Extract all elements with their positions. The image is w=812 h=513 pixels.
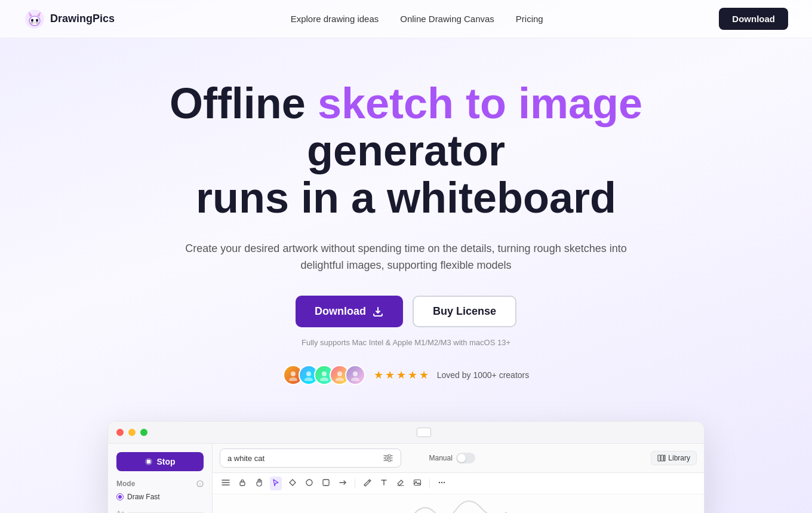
eraser-tool-icon[interactable]	[395, 477, 407, 490]
star-3: ★	[396, 368, 406, 382]
manual-toggle[interactable]: Manual	[429, 453, 475, 463]
logo-link[interactable]: DrawingPics	[24, 8, 115, 30]
hero-title-part1: Offline	[170, 79, 318, 127]
star-4: ★	[408, 368, 417, 382]
svg-point-40	[306, 480, 312, 486]
svg-point-46	[439, 482, 440, 483]
avatars	[283, 365, 365, 385]
more-tools-icon[interactable]	[436, 477, 448, 490]
main-nav: Explore drawing ideas Online Drawing Can…	[291, 14, 543, 24]
hero-license-button[interactable]: Buy License	[413, 296, 516, 327]
svg-point-22	[351, 377, 359, 381]
hero-title-part3: runs in a whiteboard	[196, 174, 616, 222]
svg-point-6	[31, 19, 33, 21]
arrow-tool-icon[interactable]	[337, 477, 349, 490]
app-sidebar: Stop Mode i Draw Fast Aa	[108, 444, 213, 513]
svg-rect-33	[658, 455, 660, 461]
social-proof: ★ ★ ★ ★ ★ Loved by 1000+ creators	[283, 365, 530, 385]
lock-tool-icon[interactable]	[236, 477, 248, 490]
svg-point-32	[388, 459, 390, 462]
settings-sliders-icon[interactable]	[383, 453, 393, 463]
divider-2	[429, 479, 430, 489]
nav-explore[interactable]: Explore drawing ideas	[291, 14, 379, 24]
star-1: ★	[374, 368, 383, 382]
support-text: Fully supports Mac Intel & Apple M1/M2/M…	[302, 338, 510, 347]
hero-title-part2: generator	[307, 127, 505, 174]
text-tool-icon[interactable]	[378, 477, 390, 490]
hero-download-button[interactable]: Download	[296, 296, 403, 327]
cursor-tool-icon[interactable]	[270, 477, 282, 490]
app-preview: Stop Mode i Draw Fast Aa	[107, 421, 705, 513]
prompt-text: a white cat	[227, 454, 378, 463]
navbar-download-button[interactable]: Download	[719, 8, 788, 30]
svg-point-1	[29, 16, 40, 26]
hand-tool-icon[interactable]	[253, 477, 265, 490]
draw-fast-option[interactable]: Draw Fast	[116, 493, 204, 501]
hero-subtitle: Create your desired artwork without spen…	[185, 240, 627, 275]
font-size-label: Aa	[116, 509, 124, 513]
svg-text:i: i	[199, 482, 201, 486]
svg-point-17	[322, 371, 327, 376]
traffic-light-red[interactable]	[116, 429, 124, 436]
canvas-area[interactable]: To move canvas, hold mouse wheel or spac…	[213, 494, 704, 513]
nav-canvas[interactable]: Online Drawing Canvas	[400, 14, 494, 24]
hero-download-label: Download	[315, 305, 366, 318]
prompt-bar[interactable]: a white cat	[220, 449, 401, 468]
stop-label: Stop	[156, 457, 175, 466]
info-icon: i	[196, 480, 204, 487]
font-size-section: Aa	[116, 509, 204, 513]
svg-point-19	[337, 371, 342, 376]
hero-title: Offline sketch to image generator runs i…	[170, 80, 642, 222]
hero-title-highlight: sketch to image	[318, 79, 642, 127]
app-body: Stop Mode i Draw Fast Aa	[108, 444, 704, 513]
svg-point-15	[306, 371, 311, 376]
star-2: ★	[385, 368, 395, 382]
stop-button[interactable]: Stop	[116, 452, 204, 471]
svg-point-48	[444, 482, 445, 483]
svg-rect-34	[661, 455, 663, 461]
traffic-light-yellow[interactable]	[128, 429, 136, 436]
rect-tool-icon[interactable]	[320, 477, 332, 490]
svg-point-16	[304, 377, 313, 381]
svg-point-13	[291, 371, 296, 376]
library-icon	[657, 454, 666, 462]
menu-tool-icon[interactable]	[220, 477, 232, 490]
window-expand-icon	[417, 428, 431, 437]
svg-point-20	[336, 377, 344, 381]
mode-section: Mode i Draw Fast	[116, 480, 204, 501]
app-toolbar: a white cat Manual	[213, 444, 704, 473]
diamond-tool-icon[interactable]	[287, 477, 299, 490]
svg-rect-44	[414, 480, 421, 486]
sketch-preview	[399, 494, 518, 513]
image-tool-icon[interactable]	[411, 477, 423, 490]
pencil-tool-icon[interactable]	[361, 477, 373, 490]
svg-rect-24	[147, 460, 150, 463]
nav-pricing[interactable]: Pricing	[516, 14, 543, 24]
divider	[355, 479, 355, 489]
svg-rect-35	[664, 455, 665, 461]
library-button[interactable]: Library	[651, 451, 697, 465]
traffic-light-green[interactable]	[140, 429, 147, 436]
stars-rating: ★ ★ ★ ★ ★	[374, 368, 429, 382]
social-proof-text: Loved by 1000+ creators	[437, 370, 530, 380]
toggle-thumb	[457, 454, 466, 462]
download-icon	[372, 306, 384, 318]
library-label: Library	[668, 454, 690, 462]
canvas-tools	[213, 473, 704, 494]
svg-point-31	[385, 457, 387, 459]
svg-point-8	[34, 22, 36, 23]
svg-rect-39	[240, 482, 245, 486]
navbar-actions: Download	[719, 8, 788, 30]
hero-section: Offline sketch to image generator runs i…	[0, 38, 812, 409]
ellipse-tool-icon[interactable]	[303, 477, 315, 490]
mode-label: Mode	[116, 480, 135, 488]
svg-rect-41	[323, 480, 329, 486]
toggle-track[interactable]	[456, 453, 475, 463]
navbar: DrawingPics Explore drawing ideas Online…	[0, 0, 812, 38]
app-main: a white cat Manual	[213, 444, 704, 513]
logo-icon	[24, 8, 45, 30]
svg-point-47	[441, 482, 442, 483]
hero-buttons: Download Buy License	[296, 296, 516, 327]
logo-text: DrawingPics	[50, 13, 115, 25]
stop-icon	[144, 457, 153, 466]
